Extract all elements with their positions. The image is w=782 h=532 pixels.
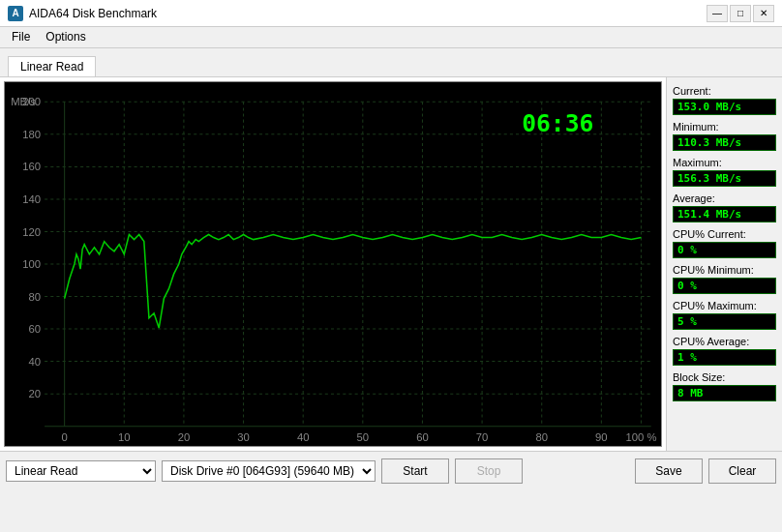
tab-linear-read[interactable]: Linear Read	[8, 56, 96, 76]
average-value: 151.4 MB/s	[673, 206, 776, 222]
cpu-average-label: CPU% Average:	[673, 336, 776, 347]
cpu-minimum-label: CPU% Minimum:	[673, 264, 776, 276]
drive-dropdown[interactable]: Disk Drive #0 [064G93] (59640 MB)	[162, 460, 376, 482]
svg-text:160: 160	[22, 162, 41, 173]
cpu-average-value: 1 %	[673, 349, 776, 366]
svg-text:30: 30	[237, 431, 250, 443]
blocksize-value: 8 MB	[673, 385, 776, 401]
current-label: Current:	[673, 85, 776, 97]
svg-text:20: 20	[178, 431, 191, 443]
svg-text:40: 40	[297, 431, 310, 443]
tab-bar: Linear Read	[0, 48, 782, 77]
cpu-maximum-value: 5 %	[673, 313, 776, 330]
cpu-maximum-label: CPU% Maximum:	[673, 300, 776, 311]
svg-text:0: 0	[61, 431, 67, 443]
cpu-current-label: CPU% Current:	[673, 228, 776, 240]
menu-bar: File Options	[0, 27, 782, 48]
start-button[interactable]: Start	[381, 458, 449, 484]
cpu-current-value: 0 %	[673, 242, 776, 258]
svg-text:10: 10	[118, 431, 131, 443]
svg-text:70: 70	[476, 431, 489, 443]
close-button[interactable]: ✕	[753, 5, 774, 22]
current-value: 153.0 MB/s	[673, 99, 776, 115]
svg-text:180: 180	[22, 129, 41, 140]
app-icon: A	[8, 6, 23, 21]
svg-text:50: 50	[357, 431, 370, 443]
svg-text:60: 60	[28, 323, 41, 335]
svg-text:100: 100	[22, 258, 41, 270]
title-bar: A AIDA64 Disk Benchmark — □ ✕	[0, 0, 782, 27]
svg-text:80: 80	[28, 291, 41, 303]
bottom-controls: Linear Read Disk Drive #0 [064G93] (5964…	[0, 451, 782, 489]
svg-text:MB/s: MB/s	[11, 96, 36, 107]
stop-button[interactable]: Stop	[455, 458, 523, 484]
main-area: 200 180 160 140 120 100 80 60 40 20 MB/s…	[0, 77, 782, 451]
svg-text:20: 20	[28, 388, 41, 399]
clear-button[interactable]: Clear	[708, 458, 776, 484]
blocksize-label: Block Size:	[673, 371, 776, 383]
chart-area: 200 180 160 140 120 100 80 60 40 20 MB/s…	[4, 81, 662, 447]
svg-text:140: 140	[22, 193, 41, 205]
svg-text:90: 90	[595, 431, 608, 443]
menu-options[interactable]: Options	[38, 29, 93, 45]
window-title: AIDA64 Disk Benchmark	[29, 7, 157, 20]
maximum-label: Maximum:	[673, 157, 776, 168]
menu-file[interactable]: File	[4, 29, 38, 45]
minimize-button[interactable]: —	[707, 5, 728, 22]
minimum-label: Minimum:	[673, 121, 776, 133]
maximize-button[interactable]: □	[730, 5, 751, 22]
svg-text:80: 80	[535, 431, 548, 443]
average-label: Average:	[673, 192, 776, 204]
stats-panel: Current: 153.0 MB/s Minimum: 110.3 MB/s …	[666, 77, 782, 451]
svg-text:06:36: 06:36	[522, 109, 593, 137]
svg-text:60: 60	[416, 431, 429, 443]
minimum-value: 110.3 MB/s	[673, 134, 776, 151]
save-button[interactable]: Save	[635, 458, 703, 484]
maximum-value: 156.3 MB/s	[673, 170, 776, 187]
svg-text:100 %: 100 %	[625, 431, 656, 443]
svg-text:40: 40	[28, 356, 41, 368]
test-type-dropdown[interactable]: Linear Read	[6, 460, 156, 482]
window-controls: — □ ✕	[707, 5, 774, 22]
cpu-minimum-value: 0 %	[673, 278, 776, 294]
svg-text:120: 120	[22, 226, 41, 238]
action-buttons: Save Clear	[635, 458, 776, 484]
